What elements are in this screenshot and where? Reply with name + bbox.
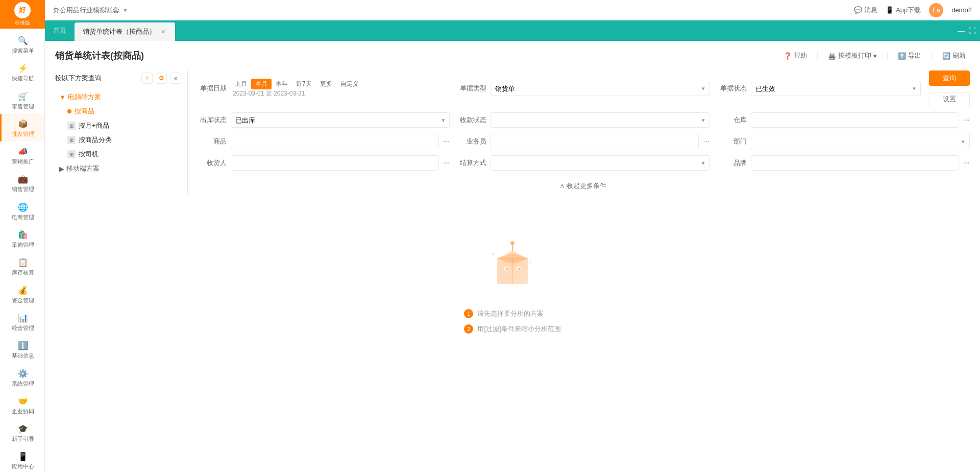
docstatus-select-wrap: 已生效: [751, 81, 921, 96]
industry-label: 办公用品行业模拟账套: [53, 6, 119, 15]
sidebar-item-retail[interactable]: 🛒 零售管理: [0, 86, 44, 114]
basic-icon: ℹ️: [18, 341, 28, 350]
warehouse-input[interactable]: [751, 112, 959, 128]
salesperson-dots[interactable]: ···: [703, 137, 709, 146]
newbie-icon: 🎓: [18, 424, 28, 434]
filter-sidebar-actions: + ⚙ «: [141, 73, 181, 84]
industry-dropdown-icon[interactable]: ▾: [124, 6, 127, 14]
tree-collapse-icon: ▶: [59, 165, 64, 173]
tab-report[interactable]: 销货单统计表（按商品） ✕: [75, 22, 175, 41]
sidebar-item-basic[interactable]: ℹ️ 基础信息: [0, 336, 44, 363]
sidebar-item-wholesale[interactable]: 📦 批发管理: [0, 114, 44, 141]
edit-scheme-btn[interactable]: ⚙: [156, 73, 167, 84]
add-scheme-btn[interactable]: +: [141, 73, 153, 84]
filter-field-brand: 品牌 ···: [716, 155, 970, 171]
goods-dots[interactable]: ···: [443, 137, 450, 146]
warehouse-dots[interactable]: ···: [963, 115, 970, 125]
tip-num-1: 1: [464, 309, 473, 318]
goods-label: 商品: [196, 137, 227, 146]
doctype-select[interactable]: 销货单: [491, 81, 709, 96]
date-range-display: 2023-03-01 至 2023-03-31: [233, 89, 450, 98]
tree-item-by-month-goods[interactable]: ⊞ 按月+商品: [63, 119, 181, 133]
date-btn-more[interactable]: 更多: [316, 79, 336, 89]
outstatus-select[interactable]: 已出库: [231, 112, 450, 128]
tree-item-by-category[interactable]: ⊞ 按商品分类: [63, 133, 181, 147]
sidebar-item-quick[interactable]: ⚡ 快捷导航: [0, 58, 44, 86]
brand-dots[interactable]: ···: [963, 158, 970, 168]
tip-num-2: 2: [464, 324, 473, 334]
brand-input[interactable]: [751, 155, 959, 171]
filter-field-outstatus: 出库状态 已出库: [196, 112, 450, 128]
sidebar-item-label: 库存核算: [12, 269, 34, 276]
docstatus-select[interactable]: 已生效: [751, 81, 921, 96]
goods-input[interactable]: [231, 134, 439, 149]
app-download-btn[interactable]: 📱 App下载: [886, 6, 921, 15]
page-content: 销货单统计表(按商品) ❓ 帮助 🖨️ 按模板打印 ▾ ⬆️: [45, 41, 980, 472]
warehouse-label: 仓库: [716, 115, 747, 125]
collapse-sidebar-btn[interactable]: «: [170, 73, 181, 84]
topbar-left: 办公用品行业模拟账套 ▾: [53, 6, 127, 15]
help-btn[interactable]: ❓ 帮助: [779, 49, 811, 62]
date-btn-custom[interactable]: 自定义: [336, 79, 363, 89]
svg-text:✦: ✦: [491, 251, 495, 257]
sidebar-item-search[interactable]: 🔍 搜索菜单: [0, 31, 44, 58]
tab-close-btn[interactable]: ✕: [159, 28, 167, 36]
collapse-conditions-btn[interactable]: ∧ 收起更多条件: [196, 177, 970, 195]
filter-sidebar: 按以下方案查询 + ⚙ « ▼ 电脑端方案: [55, 70, 188, 195]
user-avatar[interactable]: Ea: [929, 3, 943, 17]
print-btn[interactable]: 🖨️ 按模板打印 ▾: [824, 49, 881, 62]
date-shortcuts-row: 上月 本月 本年 近7天 更多 自定义: [231, 79, 450, 89]
empty-illustration: ✦ ✦ ✦: [482, 235, 543, 297]
sidebar-item-sales[interactable]: 💼 销售管理: [0, 169, 44, 197]
sidebar-item-label: 应用中心: [12, 463, 34, 470]
sidebar-item-inventory[interactable]: 📋 库存核算: [0, 252, 44, 280]
tab-maximize-btn[interactable]: ⛶: [969, 27, 976, 35]
date-btn-7days[interactable]: 近7天: [292, 79, 316, 89]
sidebar-item-purchase[interactable]: 🛍️ 采购管理: [0, 225, 44, 252]
system-icon: ⚙️: [18, 369, 28, 379]
sidebar-item-operation[interactable]: 📊 经营管理: [0, 308, 44, 336]
tab-minimize-btn[interactable]: —: [958, 27, 965, 35]
date-btn-this-month[interactable]: 本月: [251, 79, 272, 89]
tree-parent-desktop[interactable]: ▼ 电脑端方案: [55, 90, 181, 104]
paymentstatus-label: 收款状态: [456, 115, 486, 125]
message-btn[interactable]: 💬 消息: [854, 6, 877, 15]
sidebar-item-ecommerce[interactable]: 🌐 电商管理: [0, 197, 44, 225]
tree-item-label: 按商品分类: [79, 135, 112, 145]
topbar-right: 💬 消息 📱 App下载 Ea demo2: [854, 3, 972, 17]
sidebar-item-marketing[interactable]: 📣 营销推广: [0, 141, 44, 169]
filter-sidebar-title: 按以下方案查询: [55, 74, 102, 83]
salesperson-input[interactable]: [491, 134, 699, 149]
search-icon: 🔍: [18, 36, 28, 45]
date-btn-this-year[interactable]: 本年: [272, 79, 292, 89]
quick-icon: ⚡: [18, 63, 28, 73]
tree-item-by-machine[interactable]: ⊞ 按司机: [63, 147, 181, 161]
tab-home[interactable]: 首页: [45, 20, 75, 41]
help-label: 帮助: [794, 51, 807, 60]
sidebar-item-coop[interactable]: 🤝 企业协同: [0, 391, 44, 419]
query-button[interactable]: 查询: [929, 70, 970, 86]
svg-point-8: [518, 268, 520, 270]
receiver-dots[interactable]: ···: [443, 158, 450, 168]
tabbar-actions: — ⛶: [958, 27, 980, 35]
tree-item-by-goods[interactable]: 按商品: [63, 104, 181, 119]
filter-row-1: 单据日期 上月 本月 本年 近7天 更多 自定义 20: [196, 70, 970, 106]
paymentstatus-select[interactable]: [491, 112, 709, 128]
setting-button[interactable]: 设置: [929, 92, 970, 106]
settlement-select[interactable]: [491, 155, 709, 171]
divider2: [887, 52, 888, 60]
receiver-input[interactable]: [231, 155, 439, 171]
sidebar-item-apps[interactable]: 📱 应用中心: [0, 446, 44, 472]
sidebar-item-finance[interactable]: 💰 资金管理: [0, 280, 44, 308]
sidebar-item-system[interactable]: ⚙️ 系统管理: [0, 364, 44, 391]
avatar-icon: Ea: [933, 7, 940, 14]
export-btn[interactable]: ⬆️ 导出: [894, 49, 925, 62]
tree-parent-mobile[interactable]: ▶ 移动端方案: [55, 161, 181, 176]
sidebar-item-label: 经营管理: [12, 324, 34, 332]
sidebar-item-newbie[interactable]: 🎓 新手引导: [0, 419, 44, 446]
refresh-btn[interactable]: 🔄 刷新: [938, 49, 970, 62]
department-select[interactable]: [751, 134, 970, 149]
date-btn-last-month[interactable]: 上月: [231, 79, 251, 89]
sidebar-item-label: 销售管理: [12, 185, 34, 193]
filter-row-4: 收货人 ··· 结算方式: [196, 155, 970, 171]
